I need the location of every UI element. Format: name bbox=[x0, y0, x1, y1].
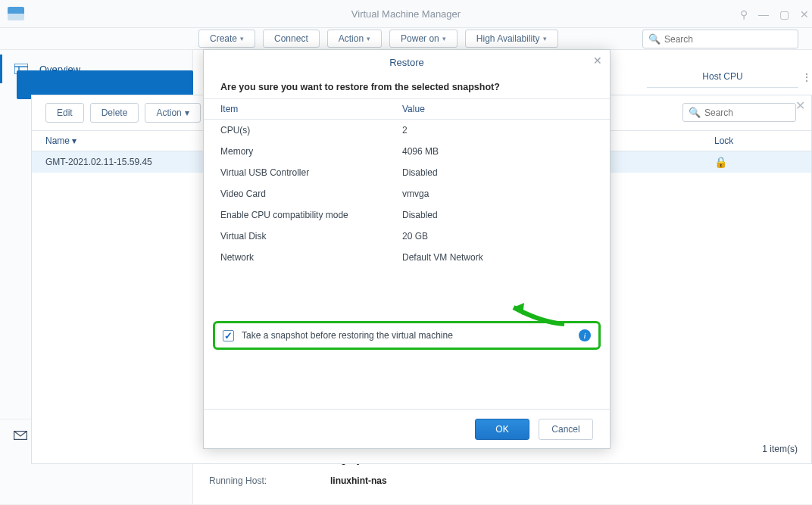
app-icon bbox=[8, 7, 24, 20]
host-label: Running Host: bbox=[209, 475, 330, 486]
table-row: Virtual USB ControllerDisabled bbox=[204, 162, 610, 183]
table-row: NetworkDefault VM Network bbox=[204, 247, 610, 268]
caret-down-icon: ▾ bbox=[543, 35, 547, 42]
col-item-header[interactable]: Item bbox=[220, 104, 402, 114]
col-value-header[interactable]: Value bbox=[402, 104, 425, 114]
minimize-icon[interactable]: — bbox=[758, 8, 769, 20]
action-button[interactable]: Action▾ bbox=[327, 30, 382, 48]
info-icon[interactable]: i bbox=[579, 329, 591, 341]
feedback-icon bbox=[14, 431, 27, 442]
checkbox-label: Take a snapshot before restoring the vir… bbox=[242, 330, 571, 341]
modal-table-header: Item Value bbox=[204, 98, 610, 120]
high-availability-button[interactable]: High Availability▾ bbox=[465, 30, 558, 48]
table-row: Video Cardvmvga bbox=[204, 183, 610, 204]
titlebar: Virtual Machine Manager ⚲ — ▢ ✕ bbox=[0, 0, 812, 28]
window-controls: ⚲ — ▢ ✕ bbox=[740, 0, 809, 28]
sort-caret-icon: ▾ bbox=[72, 136, 77, 146]
connect-button[interactable]: Connect bbox=[263, 30, 320, 48]
table-row: CPU(s)2 bbox=[204, 120, 610, 141]
caret-down-icon: ▾ bbox=[185, 108, 189, 118]
snapshot-search: 🔍 bbox=[682, 103, 796, 122]
caret-down-icon: ▾ bbox=[367, 35, 370, 42]
power-on-button[interactable]: Power on▾ bbox=[389, 30, 458, 48]
row-lock: 🔒 bbox=[714, 156, 798, 168]
window-title: Virtual Machine Manager bbox=[351, 8, 461, 20]
more-menu-icon[interactable]: ⋮ bbox=[801, 71, 812, 83]
snapshot-action-button[interactable]: Action▾ bbox=[145, 103, 200, 123]
host-value: linuxhint-nas bbox=[330, 475, 387, 486]
close-icon[interactable]: ✕ bbox=[800, 8, 809, 20]
search-input[interactable] bbox=[642, 30, 798, 48]
pin-icon[interactable]: ⚲ bbox=[740, 8, 748, 20]
table-row: Memory4096 MB bbox=[204, 141, 610, 162]
toolbar-search: 🔍 bbox=[642, 30, 798, 48]
edit-button[interactable]: Edit bbox=[45, 103, 84, 123]
snapshot-checkbox[interactable]: ✓ bbox=[223, 330, 234, 341]
delete-button[interactable]: Delete bbox=[90, 103, 139, 123]
cancel-button[interactable]: Cancel bbox=[539, 419, 593, 440]
modal-question: Are you sure you want to restore from th… bbox=[204, 74, 610, 98]
restore-modal: Restore ✕ Are you sure you want to resto… bbox=[203, 49, 611, 449]
close-icon[interactable]: ✕ bbox=[593, 55, 602, 67]
caret-down-icon: ▾ bbox=[442, 35, 446, 42]
snapshot-footer: 1 item(s) bbox=[762, 444, 798, 454]
table-row: Virtual Disk20 GB bbox=[204, 226, 610, 247]
modal-title: Restore ✕ bbox=[204, 50, 610, 74]
main-toolbar: Create▾ Connect Action▾ Power on▾ High A… bbox=[0, 28, 812, 50]
table-row: Enable CPU compatibility modeDisabled bbox=[204, 204, 610, 226]
ok-button[interactable]: OK bbox=[475, 419, 529, 440]
caret-down-icon: ▾ bbox=[240, 35, 244, 42]
col-lock-header[interactable]: Lock bbox=[714, 136, 798, 146]
close-icon[interactable]: ✕ bbox=[795, 98, 805, 113]
lock-icon: 🔒 bbox=[714, 156, 727, 168]
snapshot-checkbox-highlight: ✓ Take a snapshot before restoring the v… bbox=[213, 321, 601, 350]
maximize-icon[interactable]: ▢ bbox=[779, 8, 789, 20]
search-icon: 🔍 bbox=[648, 33, 661, 45]
create-button[interactable]: Create▾ bbox=[198, 30, 255, 48]
modal-footer: OK Cancel bbox=[204, 409, 610, 448]
host-cpu-header[interactable]: Host CPU bbox=[647, 71, 798, 88]
search-icon: 🔍 bbox=[689, 107, 701, 118]
